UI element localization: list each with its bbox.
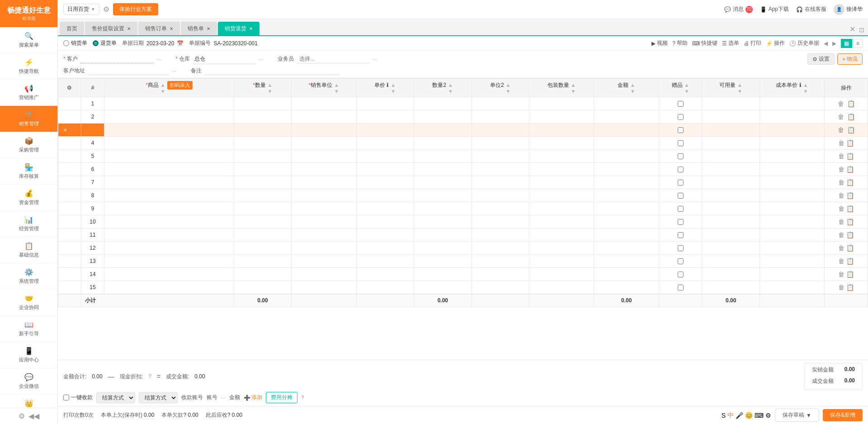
td-pack-qty[interactable] (529, 97, 594, 110)
copy-row-button[interactable]: 📋 (846, 112, 856, 121)
copy-row-button[interactable]: 📋 (845, 178, 855, 187)
user-info[interactable]: 👤 徐泽华 (834, 4, 863, 15)
discount-help-icon[interactable]: ? (148, 373, 151, 380)
messages-button[interactable]: 💬 消息 70 (724, 5, 753, 13)
td-unit-price[interactable] (356, 97, 414, 110)
prev-record-icon[interactable]: ◀ (824, 40, 828, 47)
delete-row-button[interactable]: 🗑 (837, 204, 845, 213)
gift-checkbox[interactable] (678, 245, 684, 251)
save-new-button[interactable]: 保存&新增 (823, 409, 863, 421)
td-sales-unit[interactable] (292, 97, 356, 110)
staff-more-icon[interactable]: ··· (373, 56, 377, 62)
next-record-icon[interactable]: ▶ (832, 40, 836, 47)
td-amount[interactable] (594, 97, 659, 110)
trial-button[interactable]: 体验行业方案 (113, 3, 158, 15)
delete-row-button[interactable]: 🗑 (837, 99, 845, 108)
tab-close-icon[interactable]: ✕ (207, 26, 210, 31)
delete-row-button[interactable]: 🗑 (837, 217, 845, 226)
td-unit-price[interactable] (356, 124, 414, 137)
radio-sales[interactable]: 销货单 (63, 39, 87, 47)
gift-checkbox[interactable] (678, 232, 684, 238)
help-btn[interactable]: ? 帮助 (672, 39, 688, 47)
td-product[interactable] (104, 150, 234, 163)
topbar-settings-icon[interactable]: ⚙ (103, 5, 109, 14)
sidebar-item-sales[interactable]: 🛒 销售管理 (0, 106, 57, 132)
warehouse-more-icon[interactable]: ··· (259, 56, 263, 62)
delete-row-button[interactable]: 🗑 (837, 112, 845, 121)
td-qty2[interactable] (414, 124, 472, 137)
delete-row-button[interactable]: 🗑 (837, 257, 845, 266)
delete-row-button[interactable]: 🗑 (837, 191, 845, 200)
add-row-button[interactable]: + (61, 126, 69, 134)
online-service-button[interactable]: 🎧 在线客服 (796, 5, 826, 13)
delete-row-button[interactable]: 🗑 (837, 125, 845, 134)
scan-button[interactable]: 扫码录入 (167, 81, 193, 90)
th-gear[interactable]: ⚙ (58, 79, 81, 97)
tab-close-icon[interactable]: ✕ (170, 26, 173, 31)
td-available[interactable] (702, 110, 760, 124)
app-download-button[interactable]: 📱 App下载 (760, 5, 789, 13)
settings-button[interactable]: ⚙ 设置 (807, 53, 835, 65)
fee-help-icon[interactable]: ? (301, 395, 304, 401)
fee-split-button[interactable]: 费用分摊 (266, 392, 297, 403)
sidebar-item-wechat[interactable]: 💬 企业微信 (0, 368, 57, 395)
history-btn[interactable]: 🕐 历史单据 (789, 39, 819, 47)
keyboard-layout-icon[interactable]: ⌨ (755, 412, 764, 419)
grid-view-btn[interactable]: ▦ (841, 39, 852, 48)
delete-row-button[interactable]: 🗑 (837, 152, 845, 161)
td-qty[interactable] (234, 110, 291, 124)
sidebar-item-system[interactable]: ⚙️ 系统管理 (0, 263, 57, 290)
account-more-icon[interactable]: ··· (221, 395, 226, 401)
td-unit2[interactable] (472, 97, 529, 110)
copy-row-button[interactable]: 📋 (845, 152, 855, 161)
td-qty2[interactable] (414, 110, 472, 124)
gift-checkbox[interactable] (678, 167, 684, 172)
sidebar-item-marketing[interactable]: 📢 营销推广 (0, 80, 57, 106)
add-payment-button[interactable]: ➕ 添加 (244, 394, 262, 401)
address-input[interactable] (88, 67, 169, 75)
gift-checkbox[interactable] (678, 114, 684, 120)
gift-checkbox[interactable] (678, 193, 684, 199)
copy-row-button[interactable]: 📋 (845, 257, 855, 266)
sidebar-item-basic[interactable]: 📋 基础信息 (0, 237, 57, 263)
copy-row-button[interactable]: 📋 (845, 270, 855, 279)
copy-row-button[interactable]: 📋 (845, 165, 855, 174)
td-product[interactable] (104, 215, 234, 229)
td-product[interactable] (104, 229, 234, 242)
one-click-pay-label[interactable]: 一键收款 (63, 394, 93, 401)
settings-input-icon[interactable]: ⚙ (765, 412, 771, 419)
tab-sales-delivery[interactable]: 销售单 ✕ (181, 22, 217, 35)
delete-row-button[interactable]: 🗑 (837, 270, 845, 279)
td-product[interactable] (104, 202, 234, 215)
staff-input[interactable] (297, 55, 370, 63)
td-pack-qty[interactable] (529, 124, 594, 137)
td-product[interactable] (104, 268, 234, 281)
copy-row-button[interactable]: 📋 (845, 204, 855, 213)
td-product[interactable] (104, 255, 234, 268)
copy-row-button[interactable]: 📋 (846, 125, 856, 134)
sidebar-item-guide[interactable]: 📖 新手引导 (0, 316, 57, 342)
td-product[interactable] (104, 281, 234, 295)
sidebar-item-finance[interactable]: 💰 资金管理 (0, 185, 57, 211)
customer-more-icon[interactable]: ··· (156, 56, 161, 62)
tab-home[interactable]: 首页 (60, 22, 84, 35)
module-select[interactable]: 日用百货 ▼ (63, 4, 99, 15)
sidebar-item-purchase[interactable]: 📦 采购管理 (0, 132, 57, 158)
select-btn[interactable]: ☰ 选单 (722, 39, 739, 47)
shortcut-btn[interactable]: ⌨ 快捷键 (692, 39, 717, 47)
td-product[interactable] (104, 189, 234, 202)
sidebar-item-search[interactable]: 🔍 搜索菜单 (0, 27, 57, 53)
collapse-icon[interactable]: ◀◀ (28, 412, 39, 420)
sidebar-item-enterprise[interactable]: 🤝 企业协同 (0, 290, 57, 316)
gift-checkbox[interactable] (678, 285, 684, 291)
product-input-active[interactable] (107, 127, 231, 133)
delete-row-button[interactable]: 🗑 (837, 230, 845, 239)
copy-row-button[interactable]: 📋 (845, 230, 855, 239)
one-click-pay-checkbox[interactable] (63, 395, 69, 400)
td-product[interactable] (104, 137, 234, 150)
sidebar-item-shortcut[interactable]: ⚡ 快捷导航 (0, 53, 57, 80)
copy-row-button[interactable]: 📋 (845, 283, 855, 292)
copy-row-button[interactable]: 📋 (846, 99, 856, 108)
td-qty[interactable] (234, 97, 291, 110)
sidebar-item-operation[interactable]: 📊 经营管理 (0, 211, 57, 237)
